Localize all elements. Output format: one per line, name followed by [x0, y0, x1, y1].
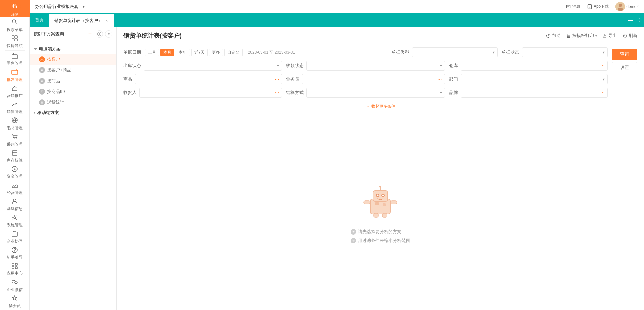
scheme-collapse-btn[interactable]: « — [105, 30, 112, 38]
settlement-select[interactable]: ▾ — [306, 88, 445, 98]
svg-rect-18 — [12, 232, 17, 236]
chevron-down-icon — [34, 48, 37, 50]
sidebar-item-search-menu[interactable]: 搜索菜单 — [0, 17, 30, 34]
sidebar-item-operations[interactable]: 经营管理 — [0, 181, 30, 197]
svg-rect-7 — [15, 39, 17, 41]
scheme-item-by-product-99[interactable]: 图 按商品99 — [30, 86, 116, 97]
help-action[interactable]: 帮助 — [546, 33, 561, 39]
scheme-item-by-customer[interactable]: 人 按客户 — [30, 54, 116, 65]
receiver-dots[interactable]: ··· — [275, 90, 279, 96]
scheme-item-label: 按客户 — [47, 56, 60, 62]
refresh-action[interactable]: 刷新 — [623, 33, 637, 39]
filter-row-2: 出库状态 ▾ 收款状态 ▾ — [123, 61, 608, 71]
svg-line-3 — [15, 23, 17, 24]
sidebar-item-ecommerce[interactable]: 电商管理 — [0, 116, 30, 132]
message-action[interactable]: 消息 — [566, 4, 580, 9]
document-type-select[interactable]: ▾ — [412, 47, 498, 57]
sidebar-item-app-center[interactable]: 应用中心 — [0, 261, 30, 277]
sidebar-item-newbie[interactable]: 新手引导 — [0, 245, 30, 261]
sidebar-item-wholesale[interactable]: 批发管理 — [0, 67, 30, 84]
document-type-cell: 单据类型 ▾ — [392, 47, 498, 57]
sidebar-label: 畅会员 — [9, 303, 21, 309]
tab-close-icon[interactable]: × — [104, 18, 109, 23]
content-area: 按以下方案查询 + « 电脑端方案 人 — [30, 27, 644, 310]
export-label: 导出 — [608, 33, 617, 39]
warehouse-dots[interactable]: ··· — [600, 63, 605, 69]
app-download-action[interactable]: App下载 — [587, 4, 609, 9]
sidebar: 畅 标版 搜索菜单 快捷导航 零售管理 批发管理 营销推广 销售管理 电商管理 … — [0, 0, 30, 310]
receiver-select[interactable]: ··· — [139, 88, 282, 98]
logo[interactable]: 畅 标版 — [0, 0, 30, 17]
sidebar-label: 采购管理 — [7, 142, 23, 147]
print-action[interactable]: 按模板打印 ▾ — [566, 33, 597, 39]
svg-point-12 — [16, 138, 17, 139]
salesperson-select[interactable]: ··· — [302, 74, 445, 84]
sidebar-item-purchase[interactable]: 采购管理 — [0, 132, 30, 148]
scheme-add-btn[interactable]: + — [86, 30, 94, 38]
sidebar-label: 零售管理 — [7, 61, 23, 66]
minimize-icon[interactable]: — — [628, 17, 633, 23]
salesperson-cell: 业务员 ··· — [286, 74, 445, 84]
maximize-icon[interactable]: ⛶ — [635, 17, 640, 23]
empty-tip-2-text: 用过滤条件来缩小分析范围 — [358, 236, 410, 245]
department-select[interactable]: ▾ — [461, 74, 608, 84]
brand-dots[interactable]: ··· — [600, 90, 605, 96]
svg-rect-48 — [375, 202, 379, 205]
print-chevron-icon[interactable]: ▾ — [595, 34, 597, 38]
salesperson-dots[interactable]: ··· — [437, 76, 442, 82]
sidebar-item-system[interactable]: 系统管理 — [0, 213, 30, 229]
sidebar-item-retail[interactable]: 零售管理 — [0, 51, 30, 67]
date-btn-this-month[interactable]: 本月 — [160, 49, 174, 56]
product-cell: 商品 ··· — [123, 74, 282, 84]
scheme-item-return-stats[interactable]: 图 退货统计 — [30, 97, 116, 108]
scheme-edit-btn[interactable] — [96, 30, 103, 38]
settlement-cell: 结算方式 ▾ — [286, 88, 445, 98]
svg-rect-20 — [12, 263, 14, 265]
document-status-select[interactable]: ▾ — [522, 47, 608, 57]
sidebar-item-quick-nav[interactable]: 快捷导航 — [0, 34, 30, 50]
scheme-group-header-mobile[interactable]: 移动端方案 — [30, 108, 116, 118]
tab-sales-stats[interactable]: 销货单统计表（按客户） × — [49, 14, 114, 28]
svg-point-32 — [99, 33, 100, 35]
topbar-dropdown[interactable]: ▾ — [83, 4, 85, 9]
product-select[interactable]: ··· — [135, 74, 282, 84]
sidebar-item-marketing[interactable]: 营销推广 — [0, 84, 30, 100]
sidebar-label: 批发管理 — [7, 77, 23, 83]
nav-tabs: 首页 销货单统计表（按客户） × — ⛶ — [30, 13, 644, 27]
scheme-item-customer-product[interactable]: 表 按客户+商品 — [30, 65, 116, 75]
export-action[interactable]: 导出 — [602, 33, 617, 39]
tab-home[interactable]: 首页 — [30, 13, 49, 27]
brand-select[interactable]: ··· — [461, 88, 608, 98]
sidebar-item-wechat[interactable]: 企业微信 — [0, 278, 30, 294]
sidebar-item-finance[interactable]: ¥ 资金管理 — [0, 164, 30, 180]
sidebar-label: 资金管理 — [7, 174, 23, 179]
topbar-title: 办公用品行业模拟账套 — [35, 4, 78, 10]
page-title: 销货单统计表(按客户) — [123, 32, 182, 40]
sidebar-item-inventory[interactable]: 库存核算 — [0, 148, 30, 164]
scheme-item-by-product[interactable]: 表 按商品 — [30, 75, 116, 86]
sidebar-item-enterprise[interactable]: 企业协同 — [0, 229, 30, 245]
username: demo2 — [626, 4, 639, 9]
scheme-group-label: 移动端方案 — [37, 110, 59, 116]
svg-rect-8 — [12, 55, 17, 59]
warehouse-select[interactable]: ··· — [461, 61, 608, 71]
date-btn-more[interactable]: 更多 — [209, 49, 223, 56]
sidebar-item-member[interactable]: 畅会员 — [0, 294, 30, 310]
out-status-select[interactable]: ▾ — [144, 61, 282, 71]
sidebar-item-sales[interactable]: 销售管理 — [0, 100, 30, 116]
scheme-item-label: 退货统计 — [47, 99, 64, 105]
settings-button[interactable]: 设置 — [612, 62, 637, 73]
svg-point-41 — [382, 194, 384, 196]
date-btn-this-year[interactable]: 本年 — [176, 49, 190, 56]
query-button[interactable]: 查询 — [612, 49, 637, 60]
scheme-group-header-desktop[interactable]: 电脑端方案 — [30, 44, 116, 54]
collect-status-select[interactable]: ▾ — [306, 61, 445, 71]
date-btn-custom[interactable]: 自定义 — [224, 49, 243, 56]
collapse-bar[interactable]: 收起更多条件 — [123, 101, 637, 111]
date-btn-last-7days[interactable]: 近7天 — [191, 49, 208, 56]
sidebar-item-basic-info[interactable]: 基础信息 — [0, 197, 30, 213]
product-dots[interactable]: ··· — [275, 76, 279, 82]
date-btn-last-month[interactable]: 上月 — [145, 49, 159, 56]
user-profile[interactable]: demo2 — [615, 2, 639, 11]
date-label: 单据日期 — [123, 49, 141, 55]
